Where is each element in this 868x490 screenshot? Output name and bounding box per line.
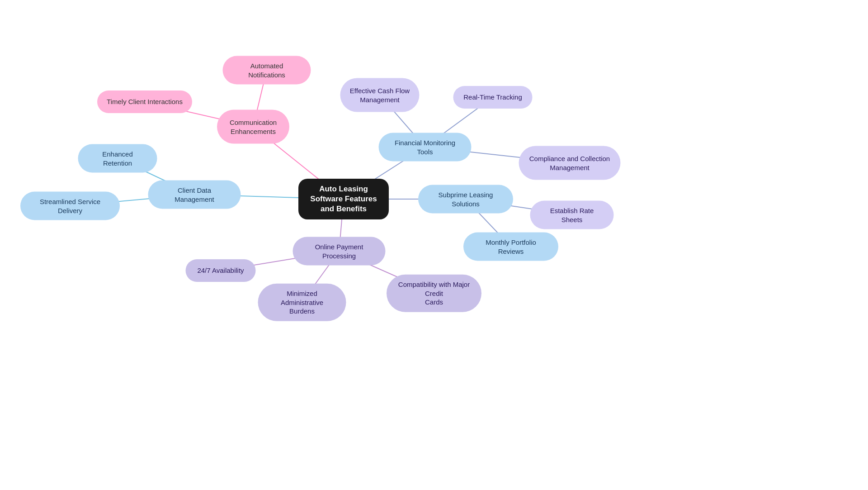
real-time-tracking: Real-Time Tracking [453, 86, 533, 109]
timely-client-interactions: Timely Client Interactions [97, 90, 192, 113]
monthly-portfolio-reviews: Monthly Portfolio Reviews [463, 233, 558, 261]
online-payment-processing: Online Payment Processing [293, 237, 386, 266]
availability-247: 24/7 Availability [186, 259, 256, 282]
financial-monitoring-tools: Financial Monitoring Tools [379, 133, 472, 162]
communication-enhancements: CommunicationEnhancements [217, 110, 289, 144]
mindmap-container: Auto Leasing Software Features and Benef… [0, 0, 868, 490]
connections-svg [0, 0, 868, 490]
automated-notifications: Automated Notifications [223, 56, 311, 85]
streamlined-service-delivery: Streamlined Service Delivery [20, 192, 120, 220]
effective-cash-flow: Effective Cash FlowManagement [340, 78, 420, 112]
center-node: Auto Leasing Software Features and Benef… [298, 179, 389, 219]
compliance-collection: Compliance and CollectionManagement [519, 146, 621, 180]
subprime-leasing: Subprime Leasing Solutions [418, 185, 513, 214]
compatibility-credit-cards: Compatibility with Major CreditCards [387, 275, 481, 312]
minimized-admin: Minimized AdministrativeBurdens [258, 284, 346, 321]
enhanced-retention: Enhanced Retention [78, 144, 157, 173]
establish-rate-sheets: Establish Rate Sheets [530, 201, 614, 229]
client-data-management: Client Data Management [148, 181, 241, 209]
